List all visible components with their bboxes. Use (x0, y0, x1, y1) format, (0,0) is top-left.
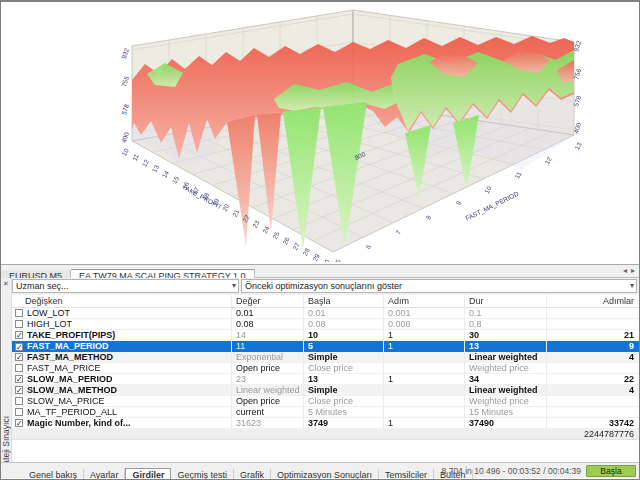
param-start[interactable]: Close price (303, 396, 383, 406)
param-step[interactable] (383, 363, 464, 373)
start-button[interactable]: Başla (586, 465, 636, 477)
optimization-results-select[interactable]: Önceki optimizasyon sonuçlarını göster ▾ (241, 279, 637, 293)
param-name-cell: HIGH_LOT (12, 319, 231, 329)
param-name: FAST_MA_PERIOD (27, 341, 109, 352)
param-value[interactable]: 14 (231, 330, 303, 340)
axis-tick-label: 15 (171, 175, 181, 185)
row-checkbox[interactable] (15, 364, 23, 372)
param-value[interactable]: Exponential (231, 352, 303, 362)
row-checkbox[interactable]: ✓ (15, 375, 23, 383)
param-value[interactable]: Open price (231, 396, 303, 406)
strategy-tester-window: 932 755 578 400 932 756 578 400 TAKE_PRO… (0, 0, 640, 480)
param-value[interactable]: Open price (231, 363, 303, 373)
param-value[interactable]: 0.08 (231, 319, 303, 329)
table-row[interactable]: HIGH_LOT0.080.080.0080.8 (12, 319, 639, 330)
table-row[interactable]: ✓FAST_MA_PERIOD1151139 (12, 341, 639, 352)
row-checkbox[interactable]: ✓ (15, 386, 23, 394)
param-stop[interactable]: 0.1 (464, 308, 546, 318)
param-name: FAST_MA_METHOD (27, 352, 113, 362)
row-checkbox[interactable]: ✓ (15, 419, 23, 427)
param-steps (546, 319, 639, 329)
table-row[interactable]: SLOW_MA_PRICEOpen priceClose priceWeight… (12, 396, 639, 407)
expert-select[interactable]: Uzman seç... ▾ (12, 279, 239, 293)
param-value[interactable]: current (231, 407, 303, 417)
param-value[interactable]: Linear weighted (231, 385, 303, 395)
tab-scroll-left-icon[interactable]: ◂ (621, 266, 629, 275)
param-start[interactable]: Close price (303, 363, 383, 373)
bottom-tab-grafik[interactable]: Grafik (234, 469, 271, 480)
table-row[interactable]: ✓SLOW_MA_METHODLinear weightedSimpleLine… (12, 385, 639, 396)
param-stop[interactable]: Weighted price (464, 396, 546, 406)
param-stop[interactable]: 0.8 (464, 319, 546, 329)
param-stop[interactable]: 30 (464, 330, 546, 340)
total-steps: 2244787776 (546, 429, 639, 439)
row-checkbox[interactable]: ✓ (15, 343, 23, 351)
param-name-cell: ✓Magic Number, kind of... (12, 418, 231, 428)
param-step[interactable]: 1 (383, 341, 464, 352)
progress-status: 8 704 in 10 496 - 00:03:52 / 00:04:39 (442, 466, 581, 476)
bottom-tab-temsilciler[interactable]: Temsilciler (379, 469, 434, 480)
row-checkbox[interactable] (15, 408, 23, 416)
close-icon[interactable]: ✕ (3, 280, 9, 288)
param-stop[interactable]: 37490 (464, 418, 546, 428)
param-name-cell: ✓FAST_MA_PERIOD (12, 341, 231, 352)
param-stop[interactable]: 13 (464, 341, 546, 352)
table-row[interactable]: ✓TAKE_PROFIT(PIPS)141013021 (12, 330, 639, 341)
param-name-cell: ✓SLOW_MA_PERIOD (12, 374, 231, 384)
table-row[interactable]: ✓Magic Number, kind of...316233749137490… (12, 418, 639, 429)
bottom-tab-ayarlar[interactable]: Ayarlar (84, 469, 125, 480)
param-value[interactable]: 0.01 (231, 308, 303, 318)
axis-tick-label: 10 (483, 185, 493, 195)
row-checkbox[interactable]: ✓ (15, 331, 23, 339)
param-step[interactable] (383, 385, 464, 395)
parameters-table: Değişken Değer Başla Adım Dur Adımlar LO… (12, 295, 637, 440)
table-row[interactable]: FAST_MA_PRICEOpen priceClose priceWeight… (12, 363, 639, 374)
param-stop[interactable]: 15 Minutes (464, 407, 546, 417)
param-start[interactable]: 0.08 (303, 319, 383, 329)
row-checkbox[interactable] (15, 320, 23, 328)
table-row[interactable]: ✓FAST_MA_METHODExponentialSimpleLinear w… (12, 352, 639, 363)
param-start[interactable]: 3749 (303, 418, 383, 428)
param-start[interactable]: 5 Minutes (303, 407, 383, 417)
param-step[interactable] (383, 396, 464, 406)
param-name: SLOW_MA_PRICE (27, 396, 105, 406)
param-step[interactable]: 1 (383, 330, 464, 340)
param-value[interactable]: 11 (231, 341, 303, 352)
table-row[interactable]: MA_TF_PERIOD_ALLcurrent5 Minutes15 Minut… (12, 407, 639, 418)
optimization-3d-chart[interactable]: 932 755 578 400 932 756 578 400 TAKE_PRO… (1, 2, 639, 262)
param-start[interactable]: 0.01 (303, 308, 383, 318)
table-row[interactable]: ✓SLOW_MA_PERIOD231313422 (12, 374, 639, 385)
bottom-tab-optimizasyon-sonu-lar-[interactable]: Optimizasyon Sonuçları (271, 469, 379, 480)
row-checkbox[interactable] (15, 397, 23, 405)
param-step[interactable]: 1 (383, 418, 464, 428)
param-start[interactable]: 10 (303, 330, 383, 340)
row-checkbox[interactable]: ✓ (15, 353, 23, 361)
param-start[interactable]: Simple (303, 352, 383, 362)
table-row[interactable]: LOW_LOT0.010.010.0010.1 (12, 308, 639, 319)
param-stop[interactable]: Linear weighted (464, 352, 546, 362)
param-start[interactable]: Simple (303, 385, 383, 395)
param-start[interactable]: 5 (303, 341, 383, 352)
param-step[interactable] (383, 407, 464, 417)
param-value[interactable]: 23 (231, 374, 303, 384)
row-checkbox[interactable] (15, 309, 23, 317)
param-step[interactable]: 1 (383, 374, 464, 384)
bottom-tab-genel-bak-[interactable]: Genel bakış (23, 469, 84, 480)
param-stop[interactable]: Weighted price (464, 363, 546, 373)
param-value[interactable]: 31623 (231, 418, 303, 428)
param-name: LOW_LOT (27, 308, 70, 318)
param-start[interactable]: 13 (303, 374, 383, 384)
param-step[interactable]: 0.008 (383, 319, 464, 329)
bottom-tab-ge-mi-testi[interactable]: Geçmiş testi (171, 469, 234, 480)
axis-tick-label: 26 (281, 236, 291, 246)
param-step[interactable]: 0.001 (383, 308, 464, 318)
axis-tick-label: 25 (271, 230, 281, 240)
z-tick: 578 (120, 103, 130, 116)
param-step[interactable] (383, 352, 464, 362)
param-name-cell: ✓TAKE_PROFIT(PIPS) (12, 330, 231, 340)
tester-bottom-bar: Genel bakışAyarlarGirdilerGeçmiş testiGr… (1, 462, 639, 478)
param-stop[interactable]: Linear weighted (464, 385, 546, 395)
tab-scroll-right-icon[interactable]: ▸ (629, 266, 637, 275)
param-stop[interactable]: 34 (464, 374, 546, 384)
bottom-tab-girdiler[interactable]: Girdiler (125, 468, 171, 480)
